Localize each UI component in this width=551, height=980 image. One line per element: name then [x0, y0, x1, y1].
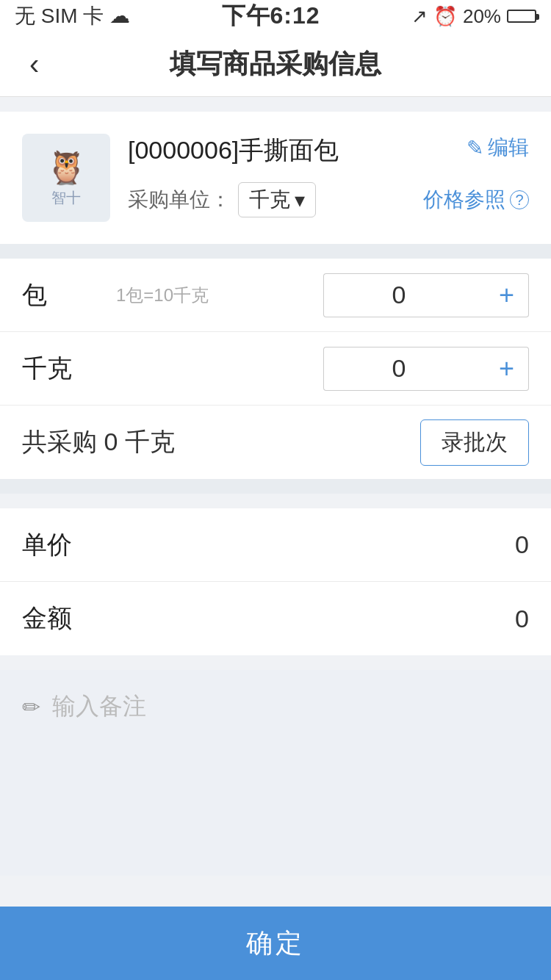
unit-price-row: 单价 0: [0, 508, 551, 582]
status-time: 下午6:12: [222, 0, 320, 32]
price-reference-button[interactable]: 价格参照 ?: [423, 186, 529, 214]
bao-plus-button[interactable]: +: [485, 273, 529, 317]
summary-text: 共采购 0 千克: [22, 425, 175, 459]
bao-label: 包: [22, 278, 110, 312]
unit-price-label: 单价: [22, 528, 72, 562]
product-owl-icon: 🦉: [46, 148, 87, 187]
remark-placeholder: 输入备注: [52, 691, 146, 723]
back-button[interactable]: ‹: [22, 40, 46, 88]
product-name: [0000006]手撕面包: [128, 134, 339, 167]
product-card: 🦉 智十 [0000006]手撕面包 ✎ 编辑 采购单位： 千克 ▾ 价格参照 …: [0, 112, 551, 244]
dropdown-arrow-icon: ▾: [295, 188, 305, 212]
edit-button[interactable]: ✎ 编辑: [467, 134, 529, 162]
bao-row: 包 1包=10千克 +: [0, 259, 551, 332]
bao-input[interactable]: [323, 273, 485, 317]
kg-plus-button[interactable]: +: [485, 347, 529, 391]
battery-percent: 20%: [463, 5, 501, 28]
edit-icon: ✎: [467, 136, 483, 160]
info-icon: ?: [510, 190, 529, 209]
alarm-icon: ⏰: [433, 5, 457, 28]
quantity-section: 包 1包=10千克 + 千克 +: [0, 259, 551, 406]
no-sim-label: 无 SIM 卡 ☁: [15, 2, 130, 30]
nav-bar: ‹ 填写商品采购信息: [0, 32, 551, 97]
unit-label: 采购单位：: [128, 186, 231, 214]
kg-label: 千克: [22, 352, 110, 386]
summary-row: 共采购 0 千克 录批次: [0, 406, 551, 479]
confirm-button[interactable]: 确定: [246, 926, 305, 962]
amount-value: 0: [515, 605, 529, 633]
kg-row: 千克 +: [0, 332, 551, 406]
pencil-icon: ✏: [22, 694, 40, 720]
bao-sublabel: 1包=10千克: [116, 284, 209, 307]
battery-icon: [507, 10, 536, 23]
product-brand: 智十: [51, 188, 81, 208]
kg-input[interactable]: [323, 347, 485, 391]
page-title: 填写商品采购信息: [170, 46, 381, 82]
batch-button[interactable]: 录批次: [420, 419, 529, 466]
price-section: 单价 0 金额 0: [0, 508, 551, 655]
unit-price-value: 0: [515, 530, 529, 559]
product-info: [0000006]手撕面包 ✎ 编辑 采购单位： 千克 ▾ 价格参照 ?: [128, 134, 529, 217]
remark-section[interactable]: ✏ 输入备注: [0, 670, 551, 743]
divider-2: [0, 479, 551, 494]
product-image: 🦉 智十: [22, 134, 110, 222]
confirm-bar[interactable]: 确定: [0, 907, 551, 980]
divider-1: [0, 244, 551, 259]
amount-label: 金额: [22, 602, 72, 635]
status-bar: 无 SIM 卡 ☁ 下午6:12 ↗ ⏰ 20%: [0, 0, 551, 32]
location-icon: ↗: [411, 5, 428, 28]
unit-value: 千克: [249, 186, 290, 214]
amount-row: 金额 0: [0, 582, 551, 655]
unit-select[interactable]: 千克 ▾: [238, 182, 316, 217]
status-right: ↗ ⏰ 20%: [411, 5, 536, 28]
status-left: 无 SIM 卡 ☁: [15, 2, 130, 30]
bottom-space: [0, 743, 551, 876]
